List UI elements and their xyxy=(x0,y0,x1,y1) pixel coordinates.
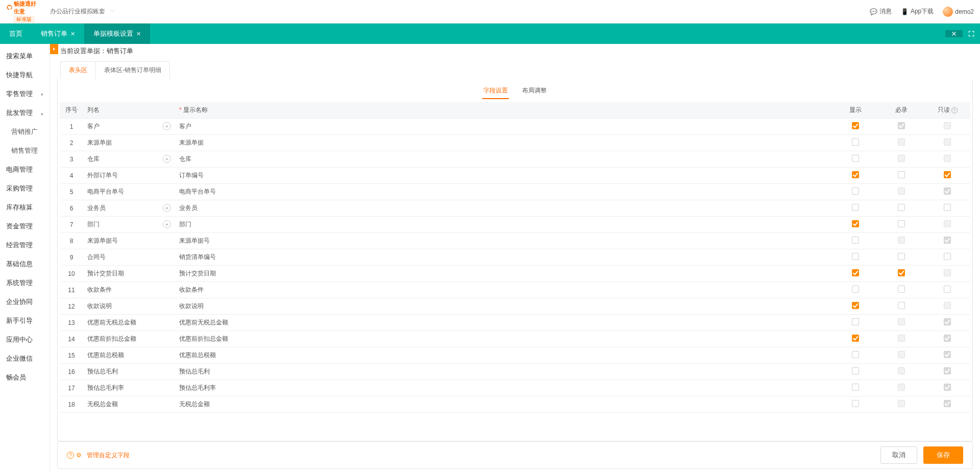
cell-display-name[interactable]: 预估总毛利率 xyxy=(175,380,832,396)
checkbox[interactable] xyxy=(852,400,859,407)
checkbox[interactable] xyxy=(852,302,859,309)
sidebar-item[interactable]: 销售管理 xyxy=(0,141,50,160)
add-child-button[interactable]: + xyxy=(163,220,171,228)
checkbox[interactable] xyxy=(944,286,951,293)
checkbox[interactable] xyxy=(898,269,905,276)
cell-display-name[interactable]: 收款说明 xyxy=(175,298,832,315)
checkbox[interactable] xyxy=(944,253,951,260)
checkbox[interactable] xyxy=(898,171,905,178)
checkbox[interactable] xyxy=(898,204,905,211)
cell-display-name[interactable]: 优惠前无税总金额 xyxy=(175,315,832,331)
checkbox[interactable] xyxy=(852,269,859,276)
cell-show xyxy=(832,396,878,413)
checkbox[interactable] xyxy=(852,204,859,211)
section-tab[interactable]: 表体区-销售订单明细 xyxy=(95,61,170,79)
cell-display-name[interactable]: 订单编号 xyxy=(175,168,832,184)
checkbox[interactable] xyxy=(944,204,951,211)
fullscreen-button[interactable] xyxy=(963,30,980,37)
checkbox[interactable] xyxy=(852,122,859,129)
section-tab[interactable]: 表头区 xyxy=(60,61,96,79)
cell-display-name[interactable]: 优惠前折扣总金额 xyxy=(175,331,832,347)
cell-show xyxy=(832,200,878,217)
save-button[interactable]: 保存 xyxy=(923,446,963,464)
tab-template-settings[interactable]: 单据模板设置 ✕ xyxy=(84,23,150,44)
checkbox[interactable] xyxy=(852,367,859,374)
field-table-scroll[interactable]: 序号 列名 *显示名称 显示 必录 只读? 1客户+客户2来源单据来源单据3仓库… xyxy=(58,102,972,441)
cell-show xyxy=(832,331,878,347)
ribbon-expand-icon[interactable] xyxy=(50,44,58,54)
cell-display-name[interactable]: 部门 xyxy=(175,217,832,233)
account-selector[interactable]: 办公品行业模拟账套 ﹀ xyxy=(50,7,115,16)
sidebar-item[interactable]: 营销推广 xyxy=(0,123,50,141)
tab-sales-order[interactable]: 销售订单 ✕ xyxy=(32,23,84,44)
sidebar-item[interactable]: 基础信息 xyxy=(0,255,50,274)
checkbox[interactable] xyxy=(898,253,905,260)
checkbox[interactable] xyxy=(898,220,905,227)
sidebar-item[interactable]: 新手引导 xyxy=(0,312,50,331)
sidebar-item[interactable]: 批发管理▴ xyxy=(0,104,50,123)
checkbox[interactable] xyxy=(852,384,859,391)
checkbox[interactable] xyxy=(852,286,859,293)
cell-readonly xyxy=(924,135,970,151)
sidebar-item[interactable]: 资金管理 xyxy=(0,217,50,236)
sidebar-item-label: 系统管理 xyxy=(6,279,33,288)
subnav-item[interactable]: 布局调整 xyxy=(521,84,548,99)
help-icon[interactable]: ? xyxy=(951,107,958,113)
sidebar-item[interactable]: 采购管理 xyxy=(0,179,50,198)
sidebar-item[interactable]: 企业微信 xyxy=(0,349,50,368)
checkbox[interactable] xyxy=(852,187,859,195)
checkbox[interactable] xyxy=(898,302,905,309)
close-icon[interactable]: ✕ xyxy=(136,31,141,37)
checkbox[interactable] xyxy=(898,286,905,293)
cell-display-name[interactable]: 电商平台单号 xyxy=(175,184,832,200)
checkbox[interactable] xyxy=(852,253,859,260)
manage-custom-fields-link[interactable]: ? ⚙ 管理自定义字段 xyxy=(67,451,130,460)
cell-display-name[interactable]: 收款条件 xyxy=(175,282,832,298)
cell-display-name[interactable]: 预计交货日期 xyxy=(175,266,832,282)
add-child-button[interactable]: + xyxy=(163,155,171,163)
checkbox[interactable] xyxy=(852,155,859,162)
checkbox[interactable] xyxy=(852,318,859,325)
checkbox[interactable] xyxy=(852,351,859,358)
sidebar-item[interactable]: 经营管理 xyxy=(0,236,50,255)
sidebar-item[interactable]: 电商管理 xyxy=(0,160,50,179)
checkbox xyxy=(898,367,905,374)
add-child-button[interactable]: + xyxy=(163,122,171,130)
cell-display-name[interactable]: 业务员 xyxy=(175,200,832,217)
cancel-button[interactable]: 取消 xyxy=(880,446,917,464)
sidebar-item[interactable]: 系统管理 xyxy=(0,274,50,293)
sidebar-item[interactable]: 畅会员 xyxy=(0,368,50,387)
tab-home[interactable]: 首页 xyxy=(0,23,32,44)
cell-display-name[interactable]: 来源单据 xyxy=(175,135,832,151)
checkbox[interactable] xyxy=(852,220,859,227)
cell-display-name[interactable]: 来源单据号 xyxy=(175,233,832,249)
checkbox[interactable] xyxy=(944,171,951,178)
app-download-button[interactable]: 📱 App下载 xyxy=(901,7,934,16)
sidebar-item[interactable]: 库存核算 xyxy=(0,198,50,217)
cell-display-name[interactable]: 无税总金额 xyxy=(175,396,832,413)
checkbox[interactable] xyxy=(852,171,859,178)
sidebar-item[interactable]: 应用中心 xyxy=(0,331,50,349)
cell-display-name[interactable]: 预估总毛利 xyxy=(175,364,832,380)
close-icon[interactable]: ✕ xyxy=(70,31,75,37)
cell-index: 5 xyxy=(60,184,83,200)
checkbox[interactable] xyxy=(852,138,859,146)
cell-display-name[interactable]: 客户 xyxy=(175,119,832,135)
add-child-button[interactable]: + xyxy=(163,204,171,212)
checkbox[interactable] xyxy=(852,335,859,342)
sidebar-item[interactable]: 搜索菜单 xyxy=(0,47,50,66)
sidebar-item[interactable]: 企业协同 xyxy=(0,293,50,312)
cell-display-name[interactable]: 销货清单编号 xyxy=(175,249,832,266)
sidebar-item[interactable]: 快捷导航 xyxy=(0,66,50,85)
cell-field-name: 优惠前折扣总金额 xyxy=(83,331,175,347)
sidebar-item[interactable]: 零售管理▾ xyxy=(0,85,50,104)
checkbox[interactable] xyxy=(852,237,859,244)
user-menu[interactable]: demo2 xyxy=(943,7,974,17)
checkbox xyxy=(898,122,905,129)
cell-display-name[interactable]: 优惠前总税额 xyxy=(175,347,832,364)
cell-display-name[interactable]: 仓库 xyxy=(175,151,832,168)
close-all-tabs-button[interactable] xyxy=(945,30,963,37)
sidebar-item-label: 企业微信 xyxy=(6,355,33,363)
messages-button[interactable]: 💬 消息 xyxy=(870,7,892,16)
subnav-item[interactable]: 字段设置 xyxy=(482,84,509,99)
